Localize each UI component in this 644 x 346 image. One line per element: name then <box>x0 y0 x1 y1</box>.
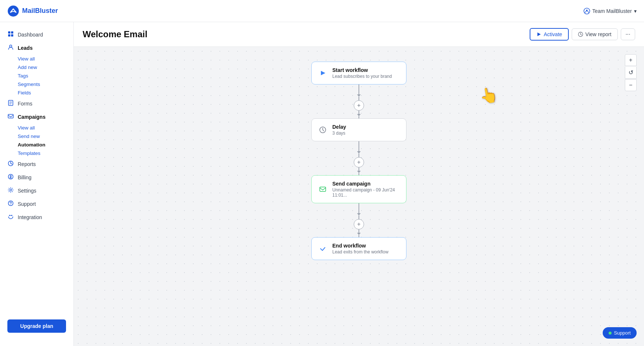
more-dots: ··· <box>626 31 630 37</box>
zoom-out-button[interactable]: − <box>625 79 637 91</box>
svg-rect-5 <box>11 34 13 37</box>
billing-label: Billing <box>18 174 31 180</box>
delay-node-icon <box>318 125 328 135</box>
svg-point-6 <box>10 45 12 47</box>
send-node-subtitle: Unnamed campaign - 09 Jun'24 11:01... <box>332 187 400 198</box>
team-icon <box>584 8 590 14</box>
view-report-label: View report <box>585 31 612 37</box>
svg-point-13 <box>10 204 11 205</box>
end-node-text: End workflow Lead exits from the workflo… <box>332 243 388 255</box>
sidebar-item-dashboard[interactable]: Dashboard <box>0 28 73 41</box>
page-title: Welcome Email <box>83 29 148 39</box>
header-actions: Activate View report ··· <box>530 28 635 41</box>
sidebar-item-leads[interactable]: Leads <box>0 41 73 55</box>
logo-area[interactable]: MailBluster <box>7 5 58 17</box>
leads-segments[interactable]: Segments <box>0 80 73 89</box>
activate-button[interactable]: Activate <box>530 28 569 41</box>
logo-icon <box>7 5 19 17</box>
connector-1: + <box>354 84 364 118</box>
delay-node-text: Delay 3 days <box>332 124 346 136</box>
team-name: Team MailBluster <box>592 8 632 14</box>
team-chevron: ▾ <box>634 8 637 14</box>
zoom-in-button[interactable]: + <box>625 54 637 66</box>
campaigns-icon <box>7 113 14 121</box>
leads-view-all[interactable]: View all <box>0 55 73 63</box>
support-online-indicator <box>609 332 612 335</box>
campaigns-automation[interactable]: Automation <box>0 141 73 149</box>
svg-marker-19 <box>321 71 325 75</box>
end-node-title: End workflow <box>332 243 388 249</box>
add-step-2-button[interactable]: + <box>354 157 364 167</box>
reports-label: Reports <box>18 161 36 167</box>
leads-icon <box>7 44 14 52</box>
content-area: Welcome Email Activate View report <box>74 22 644 346</box>
add-step-3-button[interactable]: + <box>354 219 364 229</box>
settings-icon <box>7 187 14 194</box>
svg-rect-4 <box>8 34 10 37</box>
upgrade-plan-button[interactable]: Upgrade plan <box>7 319 66 333</box>
sidebar-item-reports[interactable]: Reports <box>0 158 73 171</box>
end-node-subtitle: Lead exits from the workflow <box>332 249 388 255</box>
support-icon <box>7 200 14 208</box>
send-campaign-node[interactable]: Send campaign Unnamed campaign - 09 Jun'… <box>311 175 406 203</box>
campaigns-label: Campaigns <box>18 114 45 120</box>
support-chat-button[interactable]: Support <box>603 327 637 339</box>
sidebar-item-settings[interactable]: Settings <box>0 184 73 197</box>
svg-rect-8 <box>8 114 13 118</box>
sidebar-item-integration[interactable]: Integration <box>0 211 73 224</box>
connector-line-1 <box>359 84 359 95</box>
sidebar-item-support[interactable]: Support <box>0 197 73 211</box>
workflow-canvas[interactable]: 👆 + ↺ − Start workflow Lead subscribes t… <box>74 47 644 346</box>
svg-rect-21 <box>320 187 326 191</box>
forms-icon <box>7 100 14 107</box>
workflow-inner: Start workflow Lead subscribes to your b… <box>74 47 644 346</box>
add-step-1-button[interactable]: + <box>354 100 364 111</box>
zoom-controls: + ↺ − <box>625 54 637 91</box>
top-nav: MailBluster Team MailBluster ▾ <box>0 0 644 22</box>
view-report-icon <box>578 32 583 37</box>
campaigns-send-new[interactable]: Send new <box>0 132 73 141</box>
dashboard-label: Dashboard <box>18 32 43 38</box>
leads-add-new[interactable]: Add new <box>0 63 73 72</box>
delay-node[interactable]: Delay 3 days <box>311 118 406 141</box>
logo-text: MailBluster <box>22 7 58 15</box>
reports-icon <box>7 160 14 168</box>
start-node-text: Start workflow Lead subscribes to your b… <box>332 67 392 79</box>
connector-line-2 <box>359 141 359 152</box>
support-button-label: Support <box>614 330 631 336</box>
billing-icon <box>7 174 14 181</box>
svg-point-11 <box>10 189 12 191</box>
sidebar-item-billing[interactable]: Billing <box>0 171 73 184</box>
forms-label: Forms <box>18 101 32 107</box>
campaigns-view-all[interactable]: View all <box>0 124 73 132</box>
svg-rect-3 <box>11 31 13 34</box>
delay-node-subtitle: 3 days <box>332 131 346 136</box>
leads-label: Leads <box>18 45 32 51</box>
support-label: Support <box>18 201 36 207</box>
sidebar-item-forms[interactable]: Forms <box>0 97 73 110</box>
settings-label: Settings <box>18 188 37 194</box>
leads-tags[interactable]: Tags <box>0 72 73 80</box>
leads-fields[interactable]: Fields <box>0 89 73 97</box>
dashboard-icon <box>7 31 14 38</box>
start-workflow-node[interactable]: Start workflow Lead subscribes to your b… <box>311 62 406 84</box>
zoom-reset-button[interactable]: ↺ <box>625 67 637 79</box>
integration-icon <box>7 214 14 221</box>
end-workflow-node[interactable]: End workflow Lead exits from the workflo… <box>311 237 406 260</box>
svg-rect-2 <box>8 31 10 34</box>
send-node-text: Send campaign Unnamed campaign - 09 Jun'… <box>332 181 400 198</box>
view-report-button[interactable]: View report <box>572 28 618 40</box>
campaigns-templates[interactable]: Templates <box>0 149 73 158</box>
team-selector[interactable]: Team MailBluster ▾ <box>584 8 637 14</box>
connector-line-3b <box>359 215 359 219</box>
content-header: Welcome Email Activate View report <box>74 22 644 47</box>
activate-label: Activate <box>544 31 562 37</box>
activate-icon <box>536 32 541 37</box>
send-node-title: Send campaign <box>332 181 400 187</box>
connector-line-1b <box>359 97 359 100</box>
connector-line-3 <box>359 203 359 214</box>
more-options-button[interactable]: ··· <box>621 28 635 40</box>
sidebar-item-campaigns[interactable]: Campaigns <box>0 110 73 124</box>
connector-2: + <box>354 141 364 175</box>
svg-point-12 <box>8 201 13 206</box>
